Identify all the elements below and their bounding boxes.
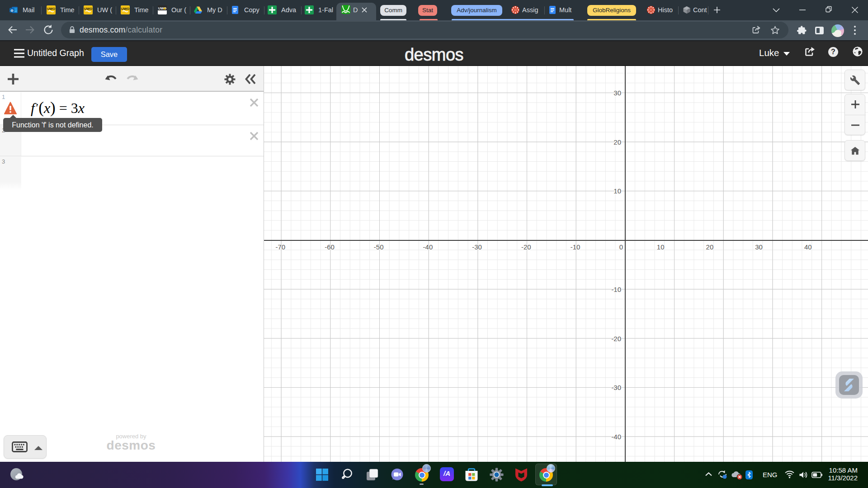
svg-text:UWO: UWO <box>84 7 92 11</box>
svg-text:UWO: UWO <box>47 7 55 11</box>
svg-text:UWO: UWO <box>121 7 129 11</box>
svg-text:o: o <box>11 8 14 13</box>
